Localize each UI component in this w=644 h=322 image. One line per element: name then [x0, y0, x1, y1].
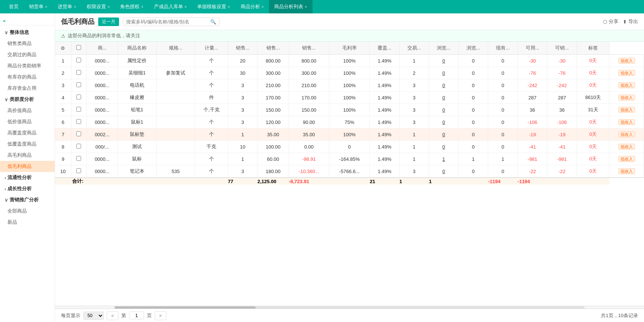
per-page-select[interactable]: 50 100 200: [83, 312, 104, 320]
col-checkbox[interactable]: [71, 42, 86, 55]
trade-link[interactable]: 0: [442, 70, 445, 76]
nav-purchase[interactable]: 进货单×: [52, 0, 81, 13]
col-sellable[interactable]: 可销...: [547, 42, 577, 55]
row-checkbox[interactable]: [71, 79, 86, 92]
sidebar-group-cluster[interactable]: ∨ 类群度分析: [0, 94, 55, 105]
sidebar-item-sales-goods[interactable]: 销售类商品: [0, 38, 55, 49]
trade-link[interactable]: 0: [442, 95, 445, 101]
trade-link[interactable]: 0: [442, 119, 445, 125]
col-sale[interactable]: 销售...: [289, 42, 329, 55]
page-title: 低毛利商品: [61, 17, 94, 26]
nav-close-analysis-list[interactable]: ×: [305, 4, 307, 9]
nav-products[interactable]: 产成品入库单×: [149, 0, 192, 13]
nav-close-purchase[interactable]: ×: [74, 4, 76, 9]
trade-link[interactable]: 0: [442, 132, 445, 137]
nav-close-sales[interactable]: ×: [45, 4, 47, 9]
col-unit[interactable]: 计量...: [195, 42, 228, 55]
col-avail[interactable]: 可用...: [518, 42, 547, 55]
nav-permissions[interactable]: 权限设置×: [81, 0, 115, 13]
sidebar-group-overview[interactable]: ∨ 整体信息: [0, 27, 55, 38]
col-browse1[interactable]: 浏览...: [429, 42, 458, 55]
search-box[interactable]: 🔍: [123, 17, 220, 26]
sidebar-group-marketing[interactable]: ∨ 营销推广分析: [0, 194, 55, 205]
sidebar-item-traded-goods[interactable]: 交易过的商品: [0, 49, 55, 60]
col-spec[interactable]: 规格...: [156, 42, 195, 55]
nav-close-products[interactable]: ×: [185, 4, 187, 9]
prev-page-btn[interactable]: ＜: [107, 311, 118, 320]
row-checkbox[interactable]: [71, 165, 86, 178]
data-table-container: ⚙ 商... 商品名称 规格... 计量... 销售... 销售... 销售..…: [55, 42, 644, 306]
row-stock: -242: [518, 79, 547, 92]
search-icon[interactable]: 🔍: [210, 19, 216, 25]
row-checkbox[interactable]: [71, 92, 86, 104]
nav-close-analysis[interactable]: ×: [262, 4, 264, 9]
row-avail: -106: [547, 116, 577, 128]
export-button[interactable]: ⬆ 导出: [623, 18, 638, 25]
col-stock[interactable]: 现有...: [488, 42, 518, 55]
col-settings[interactable]: ⚙: [55, 42, 71, 55]
nav-roles[interactable]: 角色授权×: [115, 0, 148, 13]
row-spec: [156, 128, 195, 141]
sidebar-item-new-goods[interactable]: 新品: [0, 217, 55, 228]
col-code[interactable]: 商...: [86, 42, 118, 55]
sidebar-group-growth[interactable]: › 成长性分析: [0, 183, 55, 194]
row-checkbox[interactable]: [71, 67, 86, 79]
row-checkbox[interactable]: [71, 55, 86, 67]
row-checkbox[interactable]: [71, 104, 86, 116]
row-unit: 件: [195, 92, 228, 104]
col-gross-rate[interactable]: 毛利率: [329, 42, 369, 55]
row-checkbox[interactable]: [71, 116, 86, 128]
col-trade[interactable]: 交易...: [399, 42, 429, 55]
next-page-btn[interactable]: ＞: [155, 311, 166, 320]
page-input[interactable]: [129, 312, 144, 319]
sidebar-item-high-value[interactable]: 高价值商品: [0, 105, 55, 116]
nav-analysis[interactable]: 商品分析×: [236, 0, 269, 13]
row-checkbox[interactable]: [71, 141, 86, 153]
row-sellable: 0天: [577, 67, 609, 79]
col-qty[interactable]: 销售...: [228, 42, 257, 55]
sidebar-item-low-margin[interactable]: 低毛利商品: [0, 161, 55, 172]
trade-link[interactable]: 0: [442, 144, 445, 150]
sidebar-item-all-goods[interactable]: 全部商品: [0, 205, 55, 217]
sidebar-item-category-rate[interactable]: 商品分类助销率: [0, 60, 55, 71]
col-name[interactable]: 商品名称: [118, 42, 157, 55]
row-tag: 低收入: [609, 92, 644, 104]
trade-link[interactable]: 0: [442, 83, 445, 88]
sidebar-collapse-btn[interactable]: «: [3, 18, 6, 23]
scrollbar-thumb[interactable]: [115, 306, 256, 309]
sidebar-item-low-coverage[interactable]: 低覆盖度商品: [0, 138, 55, 150]
nav-close-templates[interactable]: ×: [228, 4, 230, 9]
sidebar-item-in-stock[interactable]: 有库存的商品: [0, 71, 55, 83]
sidebar-item-high-margin[interactable]: 高毛利商品: [0, 150, 55, 161]
nav-templates[interactable]: 单据模板设置×: [192, 0, 235, 13]
trade-link[interactable]: 1: [442, 156, 445, 162]
trade-link[interactable]: 0: [442, 107, 445, 113]
table-header-row: ⚙ 商... 商品名称 规格... 计量... 销售... 销售... 销售..…: [55, 42, 644, 55]
sidebar-item-high-coverage[interactable]: 高覆盖度商品: [0, 127, 55, 138]
row-checkbox[interactable]: [71, 153, 86, 165]
sidebar-group-liquidity[interactable]: › 流通性分析: [0, 172, 55, 183]
sidebar-item-stock-capital[interactable]: 库存资金占用: [0, 83, 55, 94]
sidebar-item-low-value[interactable]: 低价值商品: [0, 116, 55, 127]
row-cover: 3: [399, 116, 429, 128]
col-tag[interactable]: 标签: [577, 42, 609, 55]
nav-sales[interactable]: 销货单×: [24, 0, 52, 13]
col-browse2[interactable]: 浏览...: [458, 42, 488, 55]
row-stock: -30: [518, 55, 547, 67]
col-coverage[interactable]: 覆盖...: [370, 42, 400, 55]
nav-analysis-list[interactable]: 商品分析列表×: [269, 0, 312, 13]
search-input[interactable]: [126, 19, 209, 25]
col-price[interactable]: 销售...: [257, 42, 289, 55]
trade-link[interactable]: 0: [442, 169, 445, 174]
trade-link[interactable]: 0: [442, 58, 445, 64]
nav-close-roles[interactable]: ×: [141, 4, 143, 9]
row-stock: -981: [518, 153, 547, 165]
nav-close-permissions[interactable]: ×: [108, 4, 110, 9]
horizontal-scrollbar[interactable]: [55, 306, 644, 309]
row-gross-rate: 100%: [329, 79, 369, 92]
share-button[interactable]: ⬡ 分享: [603, 18, 618, 25]
row-checkbox[interactable]: [71, 128, 86, 141]
row-browse1: 0: [458, 55, 488, 67]
nav-home[interactable]: 首页: [4, 0, 24, 13]
date-filter-btn[interactable]: 近一月: [98, 17, 119, 26]
